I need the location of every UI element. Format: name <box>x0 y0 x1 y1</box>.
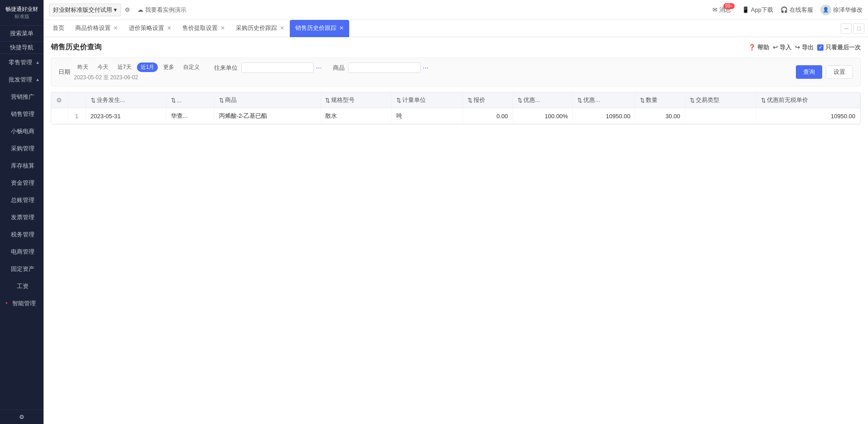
product-dots[interactable]: ··· <box>423 64 429 72</box>
sidebar-quick-nav-label: 快捷导航 <box>10 44 34 51</box>
sidebar-item-ecommerce-label: 电商管理 <box>5 248 40 256</box>
source-unit-filter: 往来单位 ··· <box>214 63 322 73</box>
sidebar-item-marketing[interactable]: 营销推广 <box>0 88 44 106</box>
date-more[interactable]: 更多 <box>160 63 178 72</box>
online-service-button[interactable]: 🎧 在线客服 <box>780 6 813 14</box>
col-trans-type[interactable]: ⇅ 交易类型 <box>685 92 756 108</box>
sidebar-item-inventory[interactable]: 库存核算 <box>0 157 44 174</box>
sidebar-item-assets[interactable]: 固定资产 <box>0 260 44 278</box>
date-range-display: 2023-05-02 至 2023-06-02 <box>74 74 203 82</box>
tab-sale-extract-close[interactable]: ✕ <box>220 25 225 31</box>
sidebar-item-assets-label: 固定资产 <box>5 265 40 273</box>
app-download-label: App下载 <box>751 6 773 14</box>
tab-maximize-button[interactable]: □ <box>853 23 864 34</box>
sidebar-item-smart[interactable]: 智能管理 <box>0 295 44 312</box>
col-discount-amt-sort-icon: ⇅ <box>577 97 582 104</box>
date-today[interactable]: 今天 <box>94 63 112 72</box>
logo-line1: 畅捷通好业财 <box>4 5 40 13</box>
sidebar-item-purchase[interactable]: 采购管理 <box>0 140 44 157</box>
col-unit-label: 计量单位 <box>402 96 426 104</box>
sidebar-item-invoice[interactable]: 发票管理 <box>0 209 44 226</box>
message-badge: 99+ <box>723 3 735 9</box>
tab-sale-history[interactable]: 销售历史价跟踪 ✕ <box>290 20 349 37</box>
col-extra-label: ... <box>177 97 182 104</box>
col-num <box>68 92 86 108</box>
tab-sale-extract[interactable]: 售价提取设置 ✕ <box>177 20 230 37</box>
col-qty[interactable]: ⇅ 数量 <box>635 92 685 108</box>
sidebar-item-finance[interactable]: 资金管理 <box>0 174 44 192</box>
sidebar-settings-button[interactable]: ⚙ <box>0 410 44 424</box>
export-icon: ↪ <box>795 44 800 51</box>
source-unit-input-group: ··· <box>241 63 322 73</box>
sidebar-item-tax[interactable]: 税务管理 <box>0 226 44 243</box>
sidebar-search-menu[interactable]: 搜索菜单 <box>0 26 44 42</box>
sidebar-item-retail-label: 零售管理 <box>5 58 35 67</box>
tab-price[interactable]: 商品价格设置 ✕ <box>70 20 123 37</box>
import-button[interactable]: ↩ 导入 <box>773 43 791 52</box>
row-price: 0.00 <box>463 108 513 124</box>
tab-purchase-history[interactable]: 采购历史价跟踪 ✕ <box>230 20 290 37</box>
settings-button[interactable]: 设置 <box>826 65 853 79</box>
sidebar-item-wholesale[interactable]: 批发管理 ▲ <box>0 71 44 88</box>
topbar-right: ✉ 消息 99+ 📱 App下载 🎧 在线客服 👤 徐泽华修改 <box>712 5 863 15</box>
page-title: 销售历史价查询 <box>51 43 102 52</box>
help-button[interactable]: ❓ 帮助 <box>748 43 769 52</box>
tab-purchase-history-close[interactable]: ✕ <box>280 25 284 31</box>
col-product[interactable]: ⇅ 商品 <box>214 92 320 108</box>
col-date-label: 业务发生... <box>97 96 125 104</box>
demo-link[interactable]: ☁ 我要看实例演示 <box>137 6 186 14</box>
col-price[interactable]: ⇅ 报价 <box>463 92 513 108</box>
sidebar-item-salary[interactable]: 工资 <box>0 278 44 295</box>
table-settings-icon[interactable]: ⚙ <box>56 96 62 104</box>
date-filter: 日期 昨天 今天 近7天 近1月 更多 自定义 2023-05-02 至 202… <box>59 63 203 82</box>
date-yesterday[interactable]: 昨天 <box>74 63 92 72</box>
product-input[interactable] <box>348 63 421 73</box>
export-button[interactable]: ↪ 导出 <box>795 43 814 52</box>
tab-purchase-strategy-close[interactable]: ✕ <box>167 25 171 31</box>
sidebar-item-marketing-label: 营销推广 <box>5 93 40 101</box>
col-spec[interactable]: ⇅ 规格型号 <box>320 92 391 108</box>
tab-price-close[interactable]: ✕ <box>113 25 118 31</box>
col-extra[interactable]: ⇅ ... <box>166 92 214 108</box>
table-row[interactable]: 1 2023-05-31 华查... 丙烯酸-2-乙基已酯 散水 吨 0.00 … <box>51 108 860 124</box>
source-unit-input[interactable] <box>241 63 314 73</box>
company-selector[interactable]: 好业财标准版交付试用 ▾ <box>49 4 121 16</box>
sidebar-item-retail[interactable]: 零售管理 ▲ <box>0 54 44 71</box>
tab-minimize-button[interactable]: ─ <box>841 23 852 34</box>
col-date[interactable]: ⇅ 业务发生... <box>86 92 166 108</box>
col-discount-amt[interactable]: ⇅ 优惠... <box>573 92 635 108</box>
tab-home[interactable]: 首页 <box>47 20 70 37</box>
source-unit-dots[interactable]: ··· <box>316 64 322 72</box>
sidebar-item-finance-label: 资金管理 <box>5 179 40 187</box>
user-menu[interactable]: 👤 徐泽华修改 <box>820 5 863 15</box>
date-last7[interactable]: 近7天 <box>114 63 135 72</box>
tab-purchase-strategy[interactable]: 进价策略设置 ✕ <box>123 20 177 37</box>
col-spec-label: 规格型号 <box>331 96 355 104</box>
sidebar-item-ecommerce[interactable]: 电商管理 <box>0 243 44 260</box>
app-download-button[interactable]: 📱 App下载 <box>742 6 773 14</box>
date-last1m[interactable]: 近1月 <box>137 63 158 72</box>
results-table: ⚙ ⇅ 业务发生... ⇅ ... <box>51 92 860 124</box>
col-discount-pct-sort-icon: ⇅ <box>517 97 522 104</box>
sidebar-quick-nav[interactable]: 快捷导航 <box>0 42 44 54</box>
col-discount-pct[interactable]: ⇅ 优惠... <box>513 92 573 108</box>
query-button[interactable]: 查询 <box>796 65 822 79</box>
last-only-label: 只看最后一次 <box>825 43 861 52</box>
col-unit-sort-icon: ⇅ <box>396 97 401 104</box>
sidebar-item-xiaochang[interactable]: 小畅电商 <box>0 123 44 140</box>
date-custom[interactable]: 自定义 <box>180 63 203 72</box>
message-button[interactable]: ✉ 消息 99+ <box>712 6 731 14</box>
sidebar-item-sales[interactable]: 销售管理 <box>0 106 44 123</box>
tabbar: 首页 商品价格设置 ✕ 进价策略设置 ✕ 售价提取设置 ✕ 采购历史价跟踪 ✕ … <box>44 20 868 37</box>
logo-line2: 标准版 <box>4 13 40 20</box>
gear-icon[interactable]: ⚙ <box>125 6 130 13</box>
page-title-actions: ❓ 帮助 ↩ 导入 ↪ 导出 ✓ 只看最后一次 <box>748 43 861 52</box>
tab-sale-history-close[interactable]: ✕ <box>339 25 344 31</box>
sidebar-item-general[interactable]: 总账管理 <box>0 192 44 209</box>
last-only-checkbox[interactable]: ✓ 只看最后一次 <box>817 43 861 52</box>
data-table: ⚙ ⇅ 业务发生... ⇅ ... <box>51 92 861 125</box>
main-content: 好业财标准版交付试用 ▾ ⚙ ☁ 我要看实例演示 ✉ 消息 99+ 📱 App下… <box>44 0 868 424</box>
product-input-group: ··· <box>348 63 429 73</box>
col-unit[interactable]: ⇅ 计量单位 <box>391 92 463 108</box>
col-pretax-price[interactable]: ⇅ 优惠前无税单价 <box>756 92 860 108</box>
